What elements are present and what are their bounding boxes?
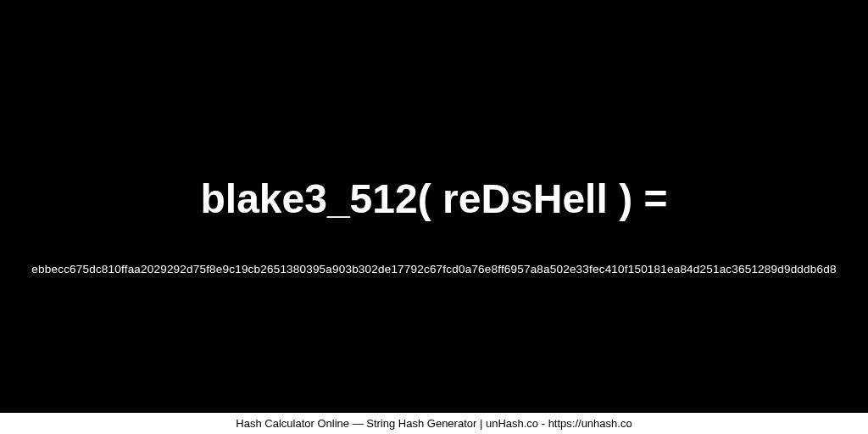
footer-bar: Hash Calculator Online — String Hash Gen… [0, 413, 868, 434]
footer-text: Hash Calculator Online — String Hash Gen… [236, 417, 632, 430]
hash-expression-title: blake3_512( reDsHell ) = [200, 175, 667, 222]
hash-output-value: ebbecc675dc810ffaa2029292d75f8e9c19cb265… [31, 263, 836, 275]
main-content: blake3_512( reDsHell ) = ebbecc675dc810f… [31, 175, 836, 275]
